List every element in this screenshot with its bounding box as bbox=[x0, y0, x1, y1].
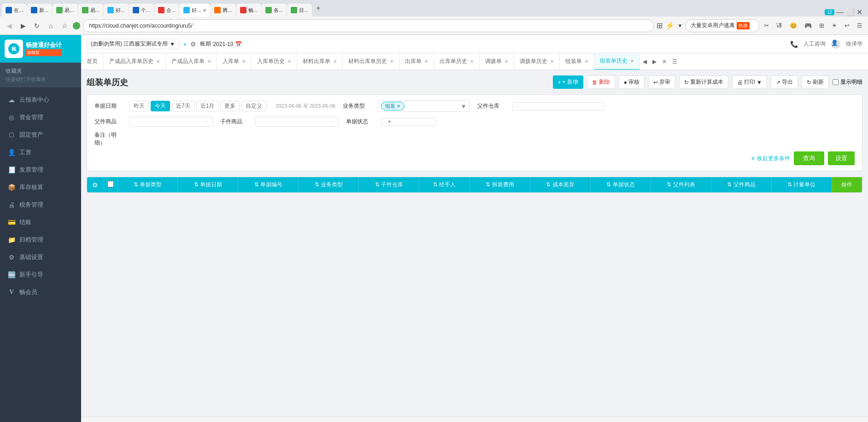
table-th-order-status[interactable]: ⇅ 单据状态 bbox=[590, 177, 651, 192]
nav-tab-assembly-close[interactable]: ✕ bbox=[585, 59, 588, 64]
table-th-number[interactable]: ⇅ 单据编号 bbox=[238, 177, 299, 192]
emoji-icon[interactable]: 😊 bbox=[788, 21, 799, 30]
nav-tab-material-out-history-close[interactable]: ✕ bbox=[390, 59, 393, 64]
browser-tab-6[interactable]: 个... bbox=[129, 4, 154, 17]
nav-tab-material-out[interactable]: 材料出库单 ✕ bbox=[297, 53, 343, 70]
sidebar-item-invoice[interactable]: 🧾 发票管理 bbox=[0, 161, 81, 179]
table-th-parent-list[interactable]: ⇅ 父件列表 bbox=[651, 177, 711, 192]
date-btn-custom[interactable]: 自定义 bbox=[241, 101, 266, 111]
recalculate-button[interactable]: ↻ 重新计算成本 bbox=[679, 75, 728, 89]
nav-tab-prod-in-history[interactable]: 产成品入库单历史 ✕ bbox=[104, 53, 166, 70]
browser-tab-5[interactable]: 好... bbox=[104, 4, 129, 17]
table-th-handler[interactable]: ⇅ 经手人 bbox=[419, 177, 470, 192]
nav-tab-out-history-close[interactable]: ✕ bbox=[470, 59, 474, 64]
tab-close-8[interactable]: ✕ bbox=[203, 8, 206, 13]
sidebar-item-basic[interactable]: ⚙ 基础设置 bbox=[0, 249, 81, 266]
sidebar-item-archive[interactable]: 📁 归档管理 bbox=[0, 231, 81, 249]
export-button[interactable]: ↗ 导出 bbox=[771, 75, 798, 89]
grid-icon[interactable]: ⊞ bbox=[817, 21, 826, 30]
nav-tab-out-close[interactable]: ✕ bbox=[424, 59, 428, 64]
nav-tab-in-close[interactable]: ✕ bbox=[242, 59, 246, 64]
child-goods-input[interactable] bbox=[258, 118, 328, 125]
nav-tabs-more[interactable]: ☰ bbox=[669, 58, 680, 65]
table-th-cost-diff[interactable]: ⇅ 成本差异 bbox=[530, 177, 591, 192]
collapse-btn[interactable]: ∧ 收起更多条件 bbox=[751, 151, 790, 165]
nav-tab-assembly-history[interactable]: 组装单历史 ✕ bbox=[594, 53, 640, 70]
table-th-type[interactable]: ⇅ 单据类型 bbox=[117, 177, 178, 192]
search-box[interactable]: 大量安卓用户逃离 热搜 bbox=[686, 19, 759, 32]
minimize-button[interactable]: — bbox=[836, 8, 844, 17]
sidebar-item-inventory[interactable]: 📦 库存核算 bbox=[0, 179, 81, 196]
show-detail-label[interactable]: 显示明细 bbox=[833, 78, 862, 86]
browser-tab-12[interactable]: 目... bbox=[287, 4, 312, 17]
sidebar-item-member[interactable]: V 畅会员 bbox=[0, 283, 81, 301]
undo-icon[interactable]: ↩ bbox=[843, 21, 851, 30]
nav-tab-material-out-close[interactable]: ✕ bbox=[333, 59, 337, 64]
print-button[interactable]: 🖨 打印 ▼ bbox=[732, 75, 767, 89]
refresh-nav-button[interactable]: ↻ bbox=[31, 20, 42, 31]
browser-tab-7[interactable]: 企... bbox=[154, 4, 179, 17]
nav-tab-prod-in-close[interactable]: ✕ bbox=[207, 59, 211, 64]
date-btn-today[interactable]: 今天 bbox=[151, 101, 170, 111]
new-tab-button[interactable]: + bbox=[312, 4, 324, 12]
nav-tabs-left-arrow[interactable]: ◀ bbox=[640, 58, 650, 65]
nav-tab-in-history-close[interactable]: ✕ bbox=[287, 59, 291, 64]
sidebar-item-guide[interactable]: 🆕 新手引导 bbox=[0, 266, 81, 283]
settings-button[interactable]: 设置 bbox=[828, 151, 855, 165]
parent-warehouse-more[interactable]: ··· bbox=[516, 104, 520, 109]
close-window-button[interactable]: ✕ bbox=[856, 8, 862, 17]
business-type-dropdown[interactable]: ▼ bbox=[460, 103, 467, 110]
nav-tabs-right-arrow[interactable]: ▶ bbox=[650, 58, 659, 65]
refresh-button[interactable]: ↻ 刷新 bbox=[802, 75, 829, 89]
show-detail-checkbox[interactable] bbox=[833, 79, 839, 85]
browser-tab-1[interactable]: 在... bbox=[2, 4, 27, 17]
table-th-parent-goods[interactable]: ⇅ 父件商品 bbox=[711, 177, 771, 192]
sidebar-item-fixed-assets[interactable]: ⬡ 固定资产 bbox=[0, 126, 81, 144]
date-btn-more[interactable]: 更多 bbox=[220, 101, 240, 111]
nav-tab-assembly-history-close[interactable]: ✕ bbox=[630, 58, 634, 64]
bookmark-button[interactable]: ☆ bbox=[59, 20, 70, 31]
sidebar-favorites[interactable]: 收藏夹 快捷键打开收藏夹 bbox=[0, 63, 81, 87]
table-th-settings[interactable]: ⚙ bbox=[87, 177, 104, 192]
calendar-icon[interactable]: 📅 bbox=[235, 41, 242, 47]
table-settings-icon[interactable]: ⚙ bbox=[92, 181, 98, 189]
nav-tab-out[interactable]: 出库单 ✕ bbox=[399, 53, 434, 70]
delete-button[interactable]: 🗑 删除 bbox=[587, 75, 615, 89]
browser-tab-10[interactable]: 畅... bbox=[236, 4, 261, 17]
nav-tab-prod-in-history-close[interactable]: ✕ bbox=[156, 59, 160, 64]
add-button[interactable]: + + 新增 bbox=[553, 75, 583, 89]
sidebar-item-cloud-report[interactable]: ☁ 云报表中心 bbox=[0, 91, 81, 109]
nav-tab-prod-in[interactable]: 产成品入库单 ✕ bbox=[166, 53, 217, 70]
table-th-checkbox[interactable] bbox=[104, 177, 117, 192]
address-dropdown[interactable]: ▼ bbox=[677, 23, 683, 29]
nav-tab-transfer[interactable]: 调拨单 ✕ bbox=[480, 53, 514, 70]
company-selector[interactable]: (勿删勿禁用) 江西服宝测试专用 ▼ bbox=[87, 39, 179, 49]
table-th-biz-type[interactable]: ⇅ 业务类型 bbox=[299, 177, 359, 192]
business-type-filter[interactable]: 组装 ✕ ▼ bbox=[378, 100, 470, 112]
table-th-child-wh[interactable]: ⇅ 子件仓库 bbox=[359, 177, 419, 192]
add-company-icon[interactable]: + bbox=[183, 40, 187, 48]
parent-goods-input[interactable] bbox=[133, 118, 202, 125]
nav-tab-in-history[interactable]: 入库单历史 ✕ bbox=[252, 53, 297, 70]
date-btn-yesterday[interactable]: 昨天 bbox=[129, 101, 149, 111]
qr-code-icon[interactable]: ⊞ bbox=[657, 21, 663, 30]
parent-goods-filter[interactable]: ··· bbox=[129, 116, 213, 127]
scroll-bar-area[interactable] bbox=[81, 416, 868, 422]
sidebar-item-salary[interactable]: 👤 工资 bbox=[0, 144, 81, 161]
browser-tab-4[interactable]: 易... bbox=[78, 4, 103, 17]
forward-button[interactable]: ▶ bbox=[18, 20, 29, 31]
nav-tab-out-history[interactable]: 出库单历史 ✕ bbox=[434, 53, 480, 70]
browser-tab-3[interactable]: 易... bbox=[53, 4, 77, 17]
child-goods-more[interactable]: ··· bbox=[328, 118, 335, 125]
nav-tab-assembly[interactable]: 组装单 ✕ bbox=[560, 53, 594, 70]
business-type-tag-close[interactable]: ✕ bbox=[397, 104, 400, 109]
back-button[interactable]: ◀ bbox=[4, 20, 15, 31]
sidebar-item-fund[interactable]: ◎ 资金管理 bbox=[0, 109, 81, 126]
address-input[interactable] bbox=[83, 19, 654, 32]
nav-tab-transfer-close[interactable]: ✕ bbox=[504, 59, 508, 64]
user-service[interactable]: 人工咨询 bbox=[803, 40, 826, 48]
nav-tabs-close-all[interactable]: ✕ bbox=[659, 58, 669, 65]
table-th-unit[interactable]: ⇅ 计量单位 bbox=[771, 177, 832, 192]
browser-tab-8[interactable]: 好... ✕ bbox=[180, 4, 210, 17]
child-goods-filter[interactable]: ··· bbox=[255, 116, 339, 127]
